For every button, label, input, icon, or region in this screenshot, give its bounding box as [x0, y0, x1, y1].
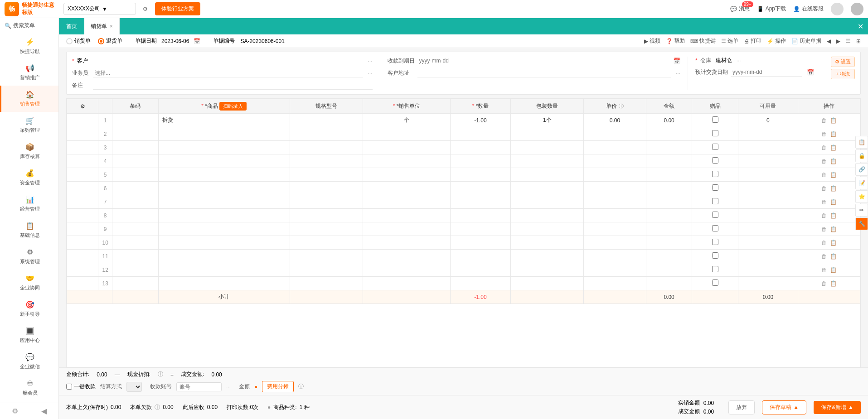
row-spec-3[interactable] — [290, 154, 363, 168]
operate-btn[interactable]: ⚡ 操作 — [767, 37, 786, 45]
delete-icon-8[interactable]: 🗑 — [821, 226, 827, 232]
row-qty-12[interactable] — [450, 277, 510, 290]
salesperson-dots-icon[interactable]: ··· — [368, 70, 372, 77]
video-btn[interactable]: ▶ 视频 — [644, 37, 660, 45]
row-product-0[interactable]: 拆货 — [158, 114, 290, 127]
delete-icon-6[interactable]: 🗑 — [821, 199, 827, 205]
row-barcode-8[interactable] — [112, 222, 158, 236]
row-gift-12[interactable] — [692, 277, 738, 290]
row-unitprice-8[interactable] — [584, 222, 646, 236]
expense-button[interactable]: 费用分摊 — [262, 381, 294, 392]
sidebar-item-sales[interactable]: 🏠 销售管理 — [0, 86, 58, 112]
row-packqty-6[interactable] — [511, 195, 584, 209]
row-amount-10[interactable] — [646, 250, 692, 263]
row-packqty-3[interactable] — [511, 154, 584, 168]
settings-button[interactable]: ⚙ 设置 — [831, 57, 855, 67]
row-unitprice-2[interactable] — [584, 141, 646, 154]
view-grid-btn[interactable]: ⊞ — [856, 38, 861, 44]
row-barcode-5[interactable] — [112, 182, 158, 195]
copy-icon-3[interactable]: 📋 — [830, 158, 837, 164]
row-amount-6[interactable] — [646, 195, 692, 209]
row-qty-10[interactable] — [450, 250, 510, 263]
copy-icon-6[interactable]: 📋 — [830, 199, 837, 205]
row-gift-1[interactable] — [692, 127, 738, 141]
sidebar-item-wechat[interactable]: 💬 企业微信 — [0, 348, 58, 375]
row-amount-3[interactable] — [646, 154, 692, 168]
row-spec-9[interactable] — [290, 236, 363, 250]
copy-icon-12[interactable]: 📋 — [830, 280, 837, 287]
customer-address-input[interactable] — [417, 69, 671, 77]
gift-checkbox-6[interactable] — [712, 198, 718, 204]
delete-icon-11[interactable]: 🗑 — [821, 267, 827, 273]
row-qty-0[interactable]: -1.00 — [450, 114, 510, 127]
delete-icon-1[interactable]: 🗑 — [821, 131, 827, 137]
sidebar-item-appstore[interactable]: 🔳 应用中心 — [0, 322, 58, 348]
logistics-button[interactable]: + 物流 — [831, 69, 855, 79]
copy-icon-1[interactable]: 📋 — [830, 131, 837, 137]
copy-icon-4[interactable]: 📋 — [830, 172, 837, 178]
gift-checkbox-3[interactable] — [712, 157, 718, 164]
row-barcode-10[interactable] — [112, 250, 158, 263]
discard-button[interactable]: 放弃 — [728, 400, 755, 414]
float-btn-1[interactable]: 📋 — [855, 136, 868, 149]
address-dots-icon[interactable]: ··· — [676, 70, 680, 77]
account-dots-icon[interactable]: ··· — [226, 384, 231, 390]
row-amount-9[interactable] — [646, 236, 692, 250]
notes-input[interactable] — [93, 81, 373, 90]
sidebar-item-inventory[interactable]: 📦 库存核算 — [0, 138, 58, 164]
float-btn-6[interactable]: ✏ — [855, 204, 868, 217]
row-spec-10[interactable] — [290, 250, 363, 263]
sidebar-item-vip[interactable]: ♾ 畅会员 — [0, 375, 58, 401]
row-unit-6[interactable] — [363, 195, 451, 209]
row-amount-7[interactable] — [646, 209, 692, 222]
float-btn-4[interactable]: 📝 — [855, 177, 868, 189]
row-product-6[interactable] — [158, 195, 290, 209]
row-spec-12[interactable] — [290, 277, 363, 290]
row-product-5[interactable] — [158, 182, 290, 195]
scan-button[interactable]: 扫码录入 — [219, 102, 247, 111]
overdue-icon[interactable]: ⓘ — [155, 404, 160, 411]
one-click-payment-check[interactable]: 一键收款 — [66, 383, 96, 390]
row-qty-3[interactable] — [450, 154, 510, 168]
tab-home[interactable]: 首页 — [59, 18, 84, 34]
row-packqty-12[interactable] — [511, 277, 584, 290]
row-gift-3[interactable] — [692, 154, 738, 168]
row-gift-6[interactable] — [692, 195, 738, 209]
row-packqty-11[interactable] — [511, 263, 584, 277]
row-unitprice-12[interactable] — [584, 277, 646, 290]
row-packqty-0[interactable]: 1个 — [511, 114, 584, 127]
row-unit-2[interactable] — [363, 141, 451, 154]
row-unit-7[interactable] — [363, 209, 451, 222]
user-avatar-extra[interactable] — [851, 3, 863, 15]
row-unit-9[interactable] — [363, 236, 451, 250]
row-product-10[interactable] — [158, 250, 290, 263]
row-barcode-11[interactable] — [112, 263, 158, 277]
row-unit-3[interactable] — [363, 154, 451, 168]
tab-close-icon[interactable]: × — [110, 23, 113, 29]
row-amount-5[interactable] — [646, 182, 692, 195]
row-gift-2[interactable] — [692, 141, 738, 154]
sidebar-item-quick-nav[interactable]: ⚡ 快捷导航 — [0, 33, 58, 59]
row-gift-5[interactable] — [692, 182, 738, 195]
row-product-8[interactable] — [158, 222, 290, 236]
row-unitprice-4[interactable] — [584, 168, 646, 182]
row-barcode-0[interactable] — [112, 114, 158, 127]
delete-icon-10[interactable]: 🗑 — [821, 253, 827, 260]
row-packqty-2[interactable] — [511, 141, 584, 154]
row-qty-8[interactable] — [450, 222, 510, 236]
row-unitprice-7[interactable] — [584, 209, 646, 222]
select-btn[interactable]: ☰ 选单 — [721, 37, 738, 45]
row-gift-11[interactable] — [692, 263, 738, 277]
row-packqty-5[interactable] — [511, 182, 584, 195]
row-unit-8[interactable] — [363, 222, 451, 236]
salesperson-input[interactable] — [93, 69, 363, 77]
sidebar-item-basics[interactable]: 📋 基础信息 — [0, 217, 58, 243]
row-product-12[interactable] — [158, 277, 290, 290]
close-all-icon[interactable]: ✕ — [858, 23, 863, 30]
row-product-3[interactable] — [158, 154, 290, 168]
gift-checkbox-0[interactable] — [712, 116, 718, 123]
sidebar-item-system[interactable]: ⚙ 系统管理 — [0, 243, 58, 270]
float-btn-5[interactable]: ⭐ — [855, 190, 868, 203]
one-click-checkbox[interactable] — [66, 384, 72, 390]
row-qty-1[interactable] — [450, 127, 510, 141]
